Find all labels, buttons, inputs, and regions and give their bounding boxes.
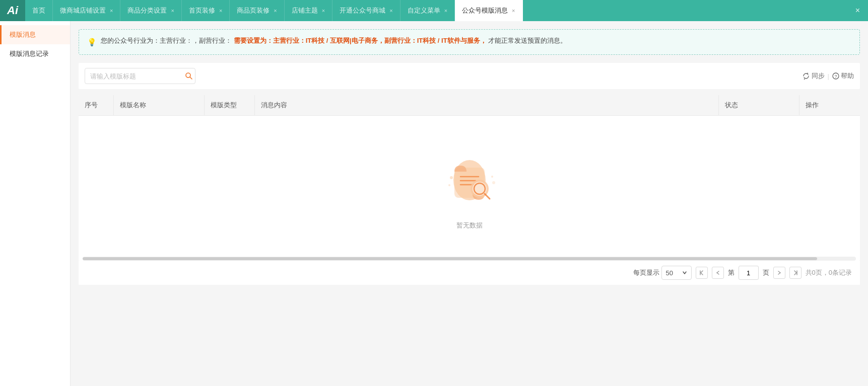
sync-label: 同步: [812, 71, 825, 81]
svg-text:?: ?: [834, 74, 837, 79]
search-input[interactable]: [85, 72, 180, 80]
th-action: 操作: [799, 95, 860, 115]
svg-point-14: [448, 184, 450, 186]
top-nav-bar: Ai 首页 微商城店铺设置 × 商品分类设置 × 首页装修 × 商品页装修 × …: [0, 0, 868, 21]
th-status: 状态: [719, 95, 799, 115]
nav-tab-home[interactable]: 首页: [25, 0, 53, 21]
notice-highlight: 需要设置为：主营行业：IT科技 / 互联网|电子商务，副营行业：IT科技 / I…: [234, 37, 487, 44]
nav-tab-template-message-close[interactable]: ×: [512, 8, 515, 14]
page-size-select: 每页显示 50: [633, 266, 692, 280]
th-template-name: 模版名称: [114, 95, 205, 115]
toolbar-divider: |: [828, 72, 829, 80]
nav-tab-product-decoration[interactable]: 商品页装修 ×: [230, 0, 284, 21]
svg-line-12: [485, 194, 490, 199]
nav-tab-store-theme-close[interactable]: ×: [322, 8, 325, 14]
nav-tab-category-settings-close[interactable]: ×: [171, 8, 174, 14]
last-page-icon: [792, 270, 798, 276]
nav-tab-store-theme-label: 店铺主题: [292, 6, 318, 15]
horizontal-scrollbar[interactable]: [83, 257, 856, 261]
nav-tab-template-message[interactable]: 公众号模版消息 ×: [455, 0, 522, 21]
sidebar-item-template-msg-record-label: 模版消息记录: [10, 50, 49, 57]
first-page-button[interactable]: [696, 267, 708, 279]
nav-tab-open-wechat-mall[interactable]: 开通公众号商城 ×: [332, 0, 400, 21]
help-button[interactable]: ? 帮助: [832, 71, 854, 81]
nav-tab-home-label: 首页: [32, 6, 45, 15]
pagination-bar: 每页显示 50 第 页: [79, 261, 860, 285]
nav-tab-store-theme[interactable]: 店铺主题 ×: [285, 0, 332, 21]
table-header: 序号 模版名称 模版类型 消息内容 状态 操作: [79, 95, 860, 116]
nav-tab-homepage-decoration-close[interactable]: ×: [219, 8, 222, 14]
search-toolbar: 同步 | ? 帮助: [79, 63, 860, 89]
total-info: 共0页，0条记录: [806, 268, 852, 277]
notice-suffix: 才能正常发送预置的消息。: [488, 37, 567, 44]
search-left: [85, 68, 195, 84]
nav-tab-open-wechat-mall-label: 开通公众号商城: [340, 6, 385, 15]
nav-tab-custom-menu-label: 自定义菜单: [408, 6, 440, 15]
notice-icon: 💡: [87, 36, 97, 48]
svg-point-15: [491, 176, 493, 178]
page-size-label: 每页显示: [633, 268, 659, 277]
sidebar-item-template-msg-label: 模版消息: [10, 31, 36, 38]
svg-line-1: [190, 77, 192, 79]
nav-tab-product-decoration-close[interactable]: ×: [274, 8, 277, 14]
nav-tab-template-message-label: 公众号模版消息: [462, 6, 508, 15]
first-page-icon: [699, 270, 705, 276]
main-layout: 模版消息 模版消息记录 💡 您的公众号行业为：主营行业：，副营行业： 需要设置为…: [0, 21, 868, 386]
nav-tab-open-wechat-mall-close[interactable]: ×: [389, 8, 392, 14]
nav-tab-category-settings[interactable]: 商品分类设置 ×: [120, 0, 181, 21]
scrollbar-thumb: [83, 257, 817, 260]
page-suffix: 页: [763, 268, 769, 277]
th-message-content: 消息内容: [255, 95, 719, 115]
next-page-icon: [777, 270, 782, 275]
next-page-button[interactable]: [773, 267, 785, 279]
nav-tab-custom-menu-close[interactable]: ×: [444, 8, 447, 14]
content-area: 💡 您的公众号行业为：主营行业：，副营行业： 需要设置为：主营行业：IT科技 /…: [71, 21, 868, 386]
nav-tab-category-settings-label: 商品分类设置: [127, 6, 167, 15]
th-seq: 序号: [79, 95, 114, 115]
empty-state: 暂无数据: [79, 116, 860, 257]
toolbar-right: 同步 | ? 帮助: [803, 71, 854, 81]
th-template-type: 模版类型: [205, 95, 255, 115]
page-size-value: 50: [666, 269, 673, 277]
sidebar: 模版消息 模版消息记录: [0, 21, 71, 386]
empty-illustration: [439, 152, 500, 213]
last-page-button[interactable]: [789, 267, 802, 279]
sync-icon: [803, 72, 810, 80]
nav-close-all-button[interactable]: ×: [847, 6, 868, 15]
current-page-label: 第: [728, 268, 735, 277]
notice-box: 💡 您的公众号行业为：主营行业：，副营行业： 需要设置为：主营行业：IT科技 /…: [79, 29, 860, 55]
notice-text: 您的公众号行业为：主营行业：，副营行业： 需要设置为：主营行业：IT科技 / 互…: [101, 36, 567, 46]
help-icon: ?: [832, 72, 839, 80]
nav-tab-product-decoration-label: 商品页装修: [237, 6, 270, 15]
data-table: 序号 模版名称 模版类型 消息内容 状态 操作: [79, 95, 860, 261]
nav-tab-shop-settings-close[interactable]: ×: [110, 8, 113, 14]
svg-point-16: [492, 181, 495, 184]
search-button[interactable]: [180, 72, 195, 80]
help-label: 帮助: [841, 71, 854, 81]
nav-tab-shop-settings-label: 微商城店铺设置: [60, 6, 106, 15]
sync-button[interactable]: 同步: [803, 71, 825, 81]
sidebar-item-template-msg-record[interactable]: 模版消息记录: [0, 44, 70, 63]
nav-tab-custom-menu[interactable]: 自定义菜单 ×: [400, 0, 455, 21]
nav-tab-homepage-decoration[interactable]: 首页装修 ×: [182, 0, 230, 21]
notice-prefix: 您的公众号行业为：主营行业：，副营行业：: [101, 37, 232, 44]
nav-tab-shop-settings[interactable]: 微商城店铺设置 ×: [53, 0, 120, 21]
prev-page-icon: [715, 270, 720, 275]
nav-tab-homepage-decoration-label: 首页装修: [189, 6, 215, 15]
empty-text: 暂无数据: [456, 221, 483, 230]
page-size-dropdown[interactable]: 50: [661, 266, 692, 280]
sidebar-item-template-msg[interactable]: 模版消息: [0, 25, 70, 44]
search-input-wrap: [85, 68, 195, 84]
page-number-input[interactable]: [739, 266, 759, 280]
search-icon: [185, 72, 193, 80]
prev-page-button[interactable]: [712, 267, 724, 279]
chevron-down-icon: [682, 270, 687, 275]
app-logo: Ai: [0, 0, 25, 21]
svg-point-13: [450, 176, 453, 179]
